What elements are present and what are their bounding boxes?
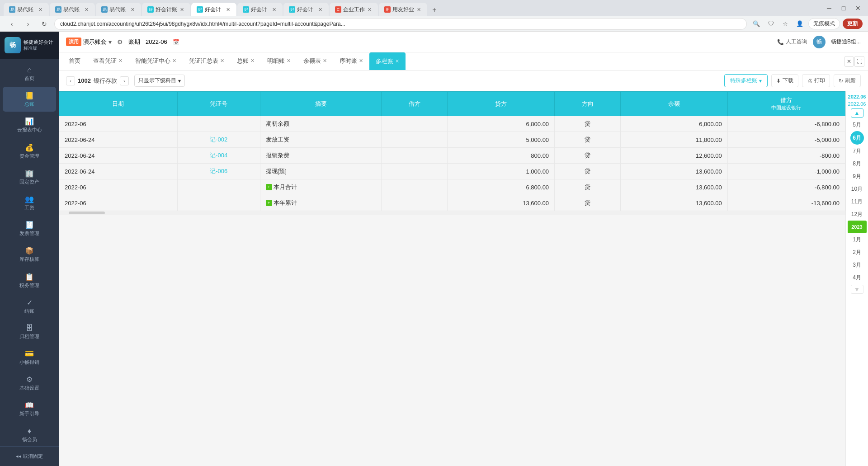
page-tab-close-multi[interactable]: ✕	[395, 58, 399, 64]
page-tab-smart[interactable]: 智能凭证中心✕	[129, 52, 183, 71]
maximize-btn[interactable]: □	[837, 2, 850, 14]
minimize-btn[interactable]: ─	[823, 2, 835, 14]
sidebar-item-invoice[interactable]: 🧾 发票管理	[3, 216, 56, 241]
page-tab-close-sequence[interactable]: ✕	[359, 58, 363, 64]
browser-tab-t5[interactable]: 好 好会计 ✕	[191, 3, 236, 16]
sidebar-item-archive[interactable]: 🗄 归档管理	[3, 320, 56, 344]
sidebar-item-settings[interactable]: ⚙ 基础设置	[3, 371, 56, 395]
voucher-link[interactable]: 记-004	[210, 152, 227, 159]
refresh-btn[interactable]: ↻ 刷新	[834, 74, 861, 87]
filter-select[interactable]: 只显示下级科目 ▾	[134, 75, 185, 87]
cell-voucher[interactable]	[177, 195, 260, 211]
cell-voucher[interactable]: 记-006	[177, 164, 260, 179]
browser-tab-t3[interactable]: 易 易代账 ✕	[96, 3, 141, 16]
star-icon[interactable]: ☆	[779, 18, 791, 30]
sidebar-item-guide[interactable]: 📖 新手引导	[3, 396, 56, 421]
browser-tab-t2[interactable]: 易 易代账 ✕	[50, 3, 95, 16]
month-item-12月[interactable]: 12月	[848, 208, 867, 221]
page-tab-close-detail[interactable]: ✕	[287, 58, 291, 64]
month-item-8月[interactable]: 8月	[848, 157, 867, 170]
month-item-9月[interactable]: 9月	[848, 170, 867, 183]
page-tab-summary[interactable]: 凭证汇总表✕	[183, 52, 231, 71]
page-tab-close-smart[interactable]: ✕	[172, 58, 176, 64]
special-multi-btn[interactable]: 特殊多栏账 ▾	[724, 74, 768, 87]
month-item-2023-1月[interactable]: 1月	[848, 233, 867, 246]
month-item-10月[interactable]: 10月	[848, 183, 867, 195]
expand-panel-icon[interactable]: ⛶	[854, 56, 864, 67]
sidebar-item-close[interactable]: ✓ 结账	[3, 294, 56, 319]
scroll-down-btn[interactable]: ▼	[851, 285, 863, 294]
sidebar-item-tax[interactable]: 📋 税务管理	[3, 268, 56, 293]
page-tab-close-balance[interactable]: ✕	[323, 58, 327, 64]
browser-tab-t7[interactable]: 好 好会计 ✕	[283, 3, 329, 16]
tab-close-icon[interactable]: ✕	[271, 6, 277, 14]
year-2023-label[interactable]: 2023	[848, 221, 867, 233]
sidebar-item-home[interactable]: ⌂ 首页	[3, 61, 56, 86]
browser-tab-t9[interactable]: 用 用友好业 ✕	[379, 3, 427, 16]
page-tab-close-voucher[interactable]: ✕	[118, 58, 123, 64]
sidebar-item-inventory[interactable]: 📦 库存核算	[3, 242, 56, 267]
shield-icon[interactable]: 🛡	[765, 18, 777, 30]
cell-voucher[interactable]: 记-002	[177, 132, 260, 148]
horizontal-scrollbar[interactable]	[59, 211, 845, 215]
new-tab-btn[interactable]: +	[428, 4, 441, 16]
page-tab-voucher[interactable]: 查看凭证✕	[87, 52, 129, 71]
gear-icon[interactable]: ⚙	[117, 38, 123, 46]
wuhen-mode-btn[interactable]: 无痕模式	[808, 18, 840, 29]
browser-tab-t1[interactable]: 易 易代账 ✕	[4, 3, 49, 16]
tab-close-icon[interactable]: ✕	[367, 6, 373, 14]
sidebar-item-ledger[interactable]: 📒 总账	[3, 87, 56, 112]
prev-account-btn[interactable]: ‹	[66, 76, 75, 85]
page-tab-multi[interactable]: 多栏账✕	[369, 52, 406, 71]
sidebar-logo[interactable]: 畅 畅捷通好会计 标准版	[0, 32, 59, 59]
page-tab-sequence[interactable]: 序时账✕	[333, 52, 369, 71]
page-tab-close-ledger[interactable]: ✕	[250, 58, 255, 64]
scrollbar-thumb[interactable]	[69, 212, 105, 214]
tab-close-icon[interactable]: ✕	[130, 6, 136, 14]
page-tab-close-summary[interactable]: ✕	[220, 58, 224, 64]
month-item-2023-2月[interactable]: 2月	[848, 246, 867, 259]
tab-close-icon[interactable]: ✕	[38, 6, 43, 14]
sidebar-item-payroll[interactable]: 👥 工资	[3, 190, 56, 215]
page-tab-ledger[interactable]: 总账✕	[231, 52, 261, 71]
browser-tab-t4[interactable]: 好 好会计账 ✕	[142, 3, 190, 16]
settings-icon[interactable]: ▾	[108, 38, 112, 46]
calendar-icon[interactable]: 📅	[173, 39, 179, 45]
forward-btn[interactable]: ›	[22, 18, 34, 30]
month-item-2023-4月[interactable]: 4月	[848, 271, 867, 284]
month-item-11月[interactable]: 11月	[848, 195, 867, 208]
sidebar-item-member[interactable]: ♦ 畅会员	[3, 423, 56, 446]
month-item-6月[interactable]: 6月	[850, 131, 864, 145]
page-tab-detail[interactable]: 明细账✕	[261, 52, 297, 71]
sidebar-item-funds[interactable]: 💰 资金管理	[3, 139, 56, 164]
cell-voucher[interactable]: 记-004	[177, 148, 260, 164]
cell-voucher[interactable]	[177, 179, 260, 195]
sidebar-item-reports[interactable]: 📊 云报表中心	[3, 113, 56, 137]
ai-service-btn[interactable]: 📞 人工咨询	[777, 38, 807, 46]
close-btn[interactable]: ✕	[852, 2, 864, 14]
tab-close-icon[interactable]: ✕	[225, 6, 231, 14]
page-tab-balance[interactable]: 余额表✕	[297, 52, 333, 71]
close-panel-icon[interactable]: ✕	[844, 56, 854, 67]
reload-btn[interactable]: ↻	[38, 18, 51, 30]
profile-icon[interactable]: 👤	[794, 18, 806, 30]
sidebar-item-expense[interactable]: 💳 小畅报销	[3, 345, 56, 370]
tab-close-icon[interactable]: ✕	[416, 6, 422, 14]
browser-tab-t8[interactable]: C 企业工作 ✕	[330, 3, 378, 16]
url-bar[interactable]: cloud2.chanjet.com/accounting/uh26t264j5…	[54, 18, 747, 30]
back-btn[interactable]: ‹	[5, 18, 18, 30]
print-btn[interactable]: 🖨 打印	[802, 74, 830, 87]
search-icon[interactable]: 🔍	[750, 18, 762, 30]
page-tab-home[interactable]: 首页	[62, 52, 87, 71]
tab-close-icon[interactable]: ✕	[84, 6, 90, 14]
month-item-5月[interactable]: 5月	[848, 118, 867, 131]
tab-close-icon[interactable]: ✕	[179, 6, 185, 14]
voucher-link[interactable]: 记-002	[210, 136, 227, 143]
month-item-2023-3月[interactable]: 3月	[848, 259, 867, 271]
month-item-7月[interactable]: 7月	[848, 145, 867, 157]
cell-voucher[interactable]	[177, 116, 260, 132]
scroll-up-btn[interactable]: ▲	[851, 108, 863, 118]
next-account-btn[interactable]: ›	[120, 76, 129, 85]
download-btn[interactable]: ⬇ 下载	[771, 74, 798, 87]
sidebar-item-assets[interactable]: 🏢 固定资产	[3, 165, 56, 189]
